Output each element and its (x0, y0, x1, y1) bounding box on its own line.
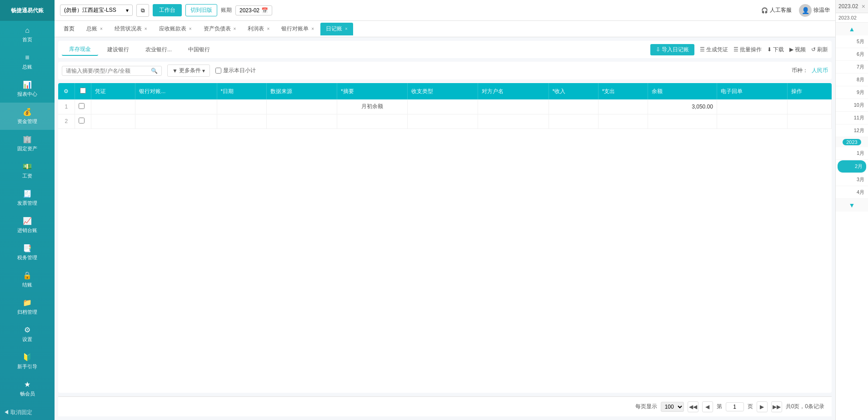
sidebar-item-archive-label: 归档管理 (17, 309, 37, 316)
download-button[interactable]: ⬇ 下载 (767, 46, 784, 54)
show-today-checkbox-input[interactable] (215, 68, 221, 74)
tab-assets-close[interactable]: × (234, 26, 236, 31)
customer-service-button[interactable]: 🎧 人工客服 (761, 6, 792, 14)
sidebar-item-closing[interactable]: 🔒 结账 (0, 266, 55, 293)
video-button[interactable]: ▶ 视频 (789, 46, 806, 54)
tab-journal[interactable]: 日记账 × (320, 23, 353, 35)
tab-receivable-label: 应收账款表 (159, 25, 186, 33)
tab-ledger[interactable]: 总账 × (81, 23, 108, 35)
sidebar-item-reports[interactable]: 📊 报表中心 (0, 75, 55, 103)
date-panel-title: 2023.02 (838, 3, 858, 10)
year-next-button[interactable]: ▼ (848, 201, 856, 210)
month-item-11[interactable]: 11月 (836, 112, 868, 124)
month-item-1-2023[interactable]: 1月 (836, 147, 868, 160)
last-page-button[interactable]: ▶▶ (771, 401, 782, 412)
bank-tab-china[interactable]: 中国银行 (181, 44, 217, 55)
company-dropdown-icon: ▾ (126, 7, 129, 14)
sidebar-item-member[interactable]: ★ 畅会员 (0, 375, 55, 402)
bank-tab-agriculture[interactable]: 农业银行... (138, 44, 179, 55)
filter-icon: ▼ (172, 68, 178, 74)
row-checkbox-cell[interactable] (75, 114, 91, 128)
unpin-sidebar-button[interactable]: ◀ 取消固定 (0, 405, 55, 420)
download-icon: ⬇ (767, 46, 772, 53)
th-checkbox[interactable] (75, 83, 91, 99)
tab-home[interactable]: 首页 (58, 23, 80, 35)
month-item-5[interactable]: 5月 (836, 35, 868, 48)
tab-business[interactable]: 经营状况表 × (109, 23, 153, 35)
first-page-button[interactable]: ◀◀ (688, 401, 698, 412)
page-suffix: 页 (748, 403, 753, 410)
batch-operation-button[interactable]: ☰ 批量操作 (733, 46, 762, 54)
tab-receivable[interactable]: 应收账款表 × (154, 23, 197, 35)
tab-profit[interactable]: 利润表 × (242, 23, 275, 35)
salary-icon: 💵 (23, 162, 32, 171)
sidebar-item-salary[interactable]: 💵 工资 (0, 157, 55, 184)
per-page-select[interactable]: 100 50 200 (661, 402, 684, 412)
generate-voucher-button[interactable]: ☰ 生成凭证 (700, 46, 728, 54)
copy-button[interactable]: ⧉ (136, 4, 149, 17)
tab-ledger-close[interactable]: × (100, 26, 103, 31)
tab-business-close[interactable]: × (145, 26, 147, 31)
row-checkbox[interactable] (79, 118, 85, 124)
cell-voucher (91, 114, 135, 128)
row-checkbox-cell[interactable] (75, 99, 91, 114)
month-item-12[interactable]: 12月 (836, 124, 868, 137)
company-selector[interactable]: (勿册）江西超宝-LSS ▾ (60, 5, 133, 16)
import-journal-button[interactable]: ⇩ 导入日记账 (650, 44, 694, 55)
sidebar-item-tax[interactable]: 📑 税务管理 (0, 239, 55, 266)
sidebar-item-guide[interactable]: 🔰 新手引导 (0, 348, 55, 375)
sidebar-item-settings[interactable]: ⚙ 设置 (0, 321, 55, 348)
month-item-3-2023[interactable]: 3月 (836, 173, 868, 186)
month-item-2-2023[interactable]: 2月 (838, 160, 866, 173)
sidebar-item-invoice[interactable]: 🧾 发票管理 (0, 184, 55, 212)
tab-bank-label: 银行对账单 (281, 25, 309, 33)
month-item-8[interactable]: 8月 (836, 74, 868, 86)
batch-icon: ☰ (733, 46, 738, 53)
refresh-button[interactable]: ↺ 刷新 (811, 46, 828, 54)
tab-home-label: 首页 (64, 25, 75, 33)
search-wrap[interactable]: 🔍 (62, 66, 162, 76)
show-today-subtotal-checkbox[interactable]: 显示本日小计 (215, 67, 256, 74)
tab-bank-close[interactable]: × (311, 26, 314, 31)
more-filters-button[interactable]: ▼ 更多条件 ▾ (167, 64, 210, 77)
prev-page-button[interactable]: ◀ (702, 401, 713, 412)
sidebar-item-ledger[interactable]: ≡ 总账 (0, 48, 55, 75)
year-2023-label-row: 2023 (836, 137, 868, 147)
sidebar-item-home[interactable]: ⌂ 首页 (0, 21, 55, 48)
date-period-label: 2023.02 (836, 13, 868, 23)
month-item-10[interactable]: 10月 (836, 99, 868, 112)
tab-profit-close[interactable]: × (267, 26, 269, 31)
user-menu[interactable]: 👤 徐温华 (799, 4, 830, 17)
main-area: (勿册）江西超宝-LSS ▾ ⧉ 工作台 切到旧版 账期 2023-02 📅 🎧… (55, 0, 835, 420)
sidebar-item-assets[interactable]: 🏢 固定资产 (0, 130, 55, 157)
cell-bank-ref (135, 114, 217, 128)
select-all-checkbox[interactable] (80, 88, 86, 94)
tab-bank[interactable]: 银行对账单 × (276, 23, 319, 35)
year-prev-button[interactable]: ▲ (848, 25, 856, 34)
next-page-button[interactable]: ▶ (757, 401, 768, 412)
bank-tab-cash[interactable]: 库存现金 (62, 44, 98, 56)
table-row: 1 月初余额 3,050.00 (58, 99, 832, 114)
date-panel-close-button[interactable]: × (862, 3, 865, 10)
sidebar-item-invoice-label: 发票管理 (17, 200, 37, 207)
tab-assets[interactable]: 资产负债表 × (198, 23, 242, 35)
sidebar-item-archive[interactable]: 📁 归档管理 (0, 293, 55, 321)
month-item-4-2023[interactable]: 4月 (836, 186, 868, 199)
period-selector[interactable]: 2023-02 📅 (235, 5, 272, 15)
switch-old-button[interactable]: 切到旧版 (185, 4, 217, 16)
sidebar-item-capital[interactable]: 💰 资金管理 (0, 103, 55, 130)
row-checkbox[interactable] (79, 103, 85, 109)
workbench-button[interactable]: 工作台 (153, 4, 182, 16)
page-label: 第 (717, 403, 722, 410)
month-item-7[interactable]: 7月 (836, 61, 868, 74)
page-input[interactable] (726, 402, 744, 411)
sidebar-item-sales[interactable]: 📈 进销台账 (0, 212, 55, 239)
bank-tab-construction[interactable]: 建设银行 (100, 44, 136, 55)
tab-receivable-close[interactable]: × (189, 26, 192, 31)
search-input[interactable] (66, 68, 149, 74)
cell-e-receipt (717, 114, 787, 128)
month-item-9[interactable]: 9月 (836, 86, 868, 99)
tab-journal-close[interactable]: × (345, 26, 348, 31)
th-settings[interactable]: ⚙ (58, 83, 75, 99)
month-item-6[interactable]: 6月 (836, 48, 868, 61)
